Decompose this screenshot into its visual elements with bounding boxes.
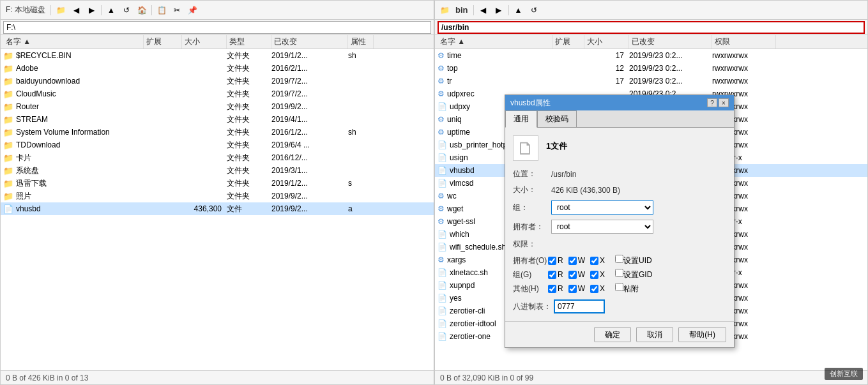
dialog-tabs: 通用 校验码 <box>505 110 734 128</box>
dialog-file-name: 1文件 <box>546 135 567 152</box>
octal-input[interactable] <box>554 299 605 313</box>
group-label: 组： <box>513 202 551 213</box>
perm-setuid-cb[interactable] <box>615 255 623 263</box>
perm-row-other: 其他(H) R W X 粘附 <box>513 283 726 294</box>
dialog-titlebar: vhusbd属性 ? × <box>505 95 734 110</box>
perm-other-r-cb[interactable] <box>548 285 556 293</box>
perm-sticky-cb[interactable] <box>615 283 623 291</box>
location-value: /usr/bin <box>551 170 576 179</box>
modal-overlay: vhusbd属性 ? × 通用 校验码 🗋 1文件 <box>0 0 868 385</box>
dialog-perm-label-row: 权限： <box>513 239 726 250</box>
perm-owner-r-cb[interactable] <box>548 257 556 265</box>
perm-group-r-cb[interactable] <box>548 271 556 279</box>
dialog-footer: 确定 取消 帮助(H) <box>505 321 734 347</box>
perm-other-checkboxes: R W X <box>548 284 605 293</box>
perm-other-w[interactable]: W <box>568 284 585 293</box>
perm-owner-r[interactable]: R <box>548 256 563 265</box>
dialog-ok-btn[interactable]: 确定 <box>594 327 631 342</box>
perm-other-extra: 粘附 <box>615 283 639 294</box>
dialog-group-row: 组： root <box>513 200 726 215</box>
size-label: 大小： <box>513 185 551 195</box>
owner-select[interactable]: root <box>551 220 653 234</box>
dialog-file-info: 🗋 1文件 <box>513 135 726 161</box>
perm-group-x[interactable]: X <box>590 270 605 279</box>
dialog-body: 🗋 1文件 位置： /usr/bin 大小： 426 KiB (436,300 … <box>505 128 734 321</box>
dialog-size-row: 大小： 426 KiB (436,300 B) <box>513 185 726 195</box>
dialog-file-icon: 🗋 <box>513 135 538 161</box>
perm-setgid-label[interactable]: 设置GID <box>615 269 652 280</box>
location-label: 位置： <box>513 169 551 179</box>
perm-sticky-label[interactable]: 粘附 <box>615 283 639 294</box>
perm-other-x[interactable]: X <box>590 284 605 293</box>
perm-owner-label: 拥有者(O) <box>513 255 548 266</box>
perm-setuid-label[interactable]: 设置UID <box>615 255 652 266</box>
perm-group-w-cb[interactable] <box>568 271 577 279</box>
perm-other-w-cb[interactable] <box>568 285 577 293</box>
perm-group-x-cb[interactable] <box>590 271 598 279</box>
perm-setgid-cb[interactable] <box>615 269 623 277</box>
perm-group-extra: 设置GID <box>615 269 652 280</box>
dialog-location-row: 位置： /usr/bin <box>513 169 726 179</box>
explorer-container: F: 本地磁盘 📁 ◀ ▶ ▲ ↺ 🏠 📋 ✂ 📌 名字 ▲ 扩展 大小 类型 … <box>0 0 868 385</box>
perm-section: 拥有者(O) R W X 设置UID 组(G) <box>513 255 726 313</box>
perm-owner-x-cb[interactable] <box>590 257 598 265</box>
perm-owner-x[interactable]: X <box>590 256 605 265</box>
perm-row-group: 组(G) R W X 设置GID <box>513 269 726 280</box>
octal-row: 八进制表： <box>513 299 726 313</box>
dialog-tab-checksum[interactable]: 校验码 <box>537 110 577 127</box>
dialog-tab-general[interactable]: 通用 <box>505 110 537 128</box>
perm-group-r[interactable]: R <box>548 270 563 279</box>
group-select[interactable]: root <box>551 200 653 215</box>
dialog-help-btn[interactable]: ? <box>707 98 717 107</box>
perm-owner-w[interactable]: W <box>568 256 585 265</box>
perm-group-w[interactable]: W <box>568 270 585 279</box>
file-document-icon: 🗋 <box>517 138 535 159</box>
perm-other-x-cb[interactable] <box>590 285 598 293</box>
dialog-close-btn[interactable]: × <box>719 98 729 107</box>
perm-group-checkboxes: R W X <box>548 270 605 279</box>
perm-group-label: 组(G) <box>513 269 548 280</box>
dialog-title-buttons: ? × <box>707 98 729 107</box>
perm-row-owner: 拥有者(O) R W X 设置UID <box>513 255 726 266</box>
dialog-owner-row: 拥有者： root <box>513 220 726 234</box>
perm-owner-extra: 设置UID <box>615 255 652 266</box>
perm-other-label: 其他(H) <box>513 283 548 294</box>
owner-label: 拥有者： <box>513 222 551 232</box>
perm-other-r[interactable]: R <box>548 284 563 293</box>
dialog-title: vhusbd属性 <box>510 98 551 109</box>
perm-label: 权限： <box>513 239 551 250</box>
properties-dialog: vhusbd属性 ? × 通用 校验码 🗋 1文件 <box>505 94 735 348</box>
size-value: 426 KiB (436,300 B) <box>551 186 620 195</box>
dialog-help-btn2[interactable]: 帮助(H) <box>678 327 726 342</box>
perm-owner-checkboxes: R W X <box>548 256 605 265</box>
perm-owner-w-cb[interactable] <box>568 257 577 265</box>
octal-label: 八进制表： <box>513 301 551 312</box>
dialog-cancel-btn[interactable]: 取消 <box>636 327 673 342</box>
